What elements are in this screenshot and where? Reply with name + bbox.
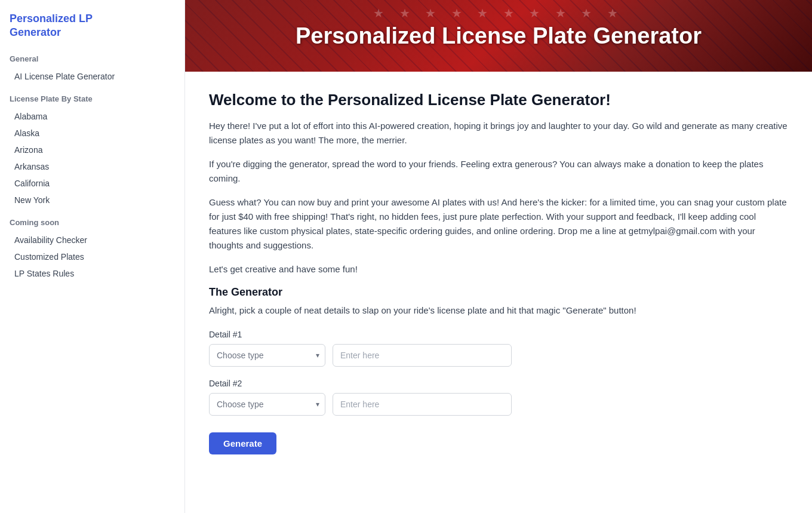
content-area: Welcome to the Personalized License Plat… <box>185 72 812 474</box>
sidebar-item-availability-checker[interactable]: Availability Checker <box>10 232 175 248</box>
sidebar-item-arizona[interactable]: Arizona <box>10 142 175 158</box>
sidebar-item-alabama[interactable]: Alabama <box>10 108 175 125</box>
sidebar-item-alaska[interactable]: Alaska <box>10 125 175 142</box>
hero-title: Personalized License Plate Generator <box>296 23 702 49</box>
sidebar-item-california[interactable]: California <box>10 175 175 192</box>
coming-soon-label: Coming soon <box>10 218 175 227</box>
detail1-select-wrapper: Choose type Name Word Phrase Number ▾ <box>209 344 325 367</box>
paragraph-2: If you're digging the generator, spread … <box>209 157 788 186</box>
detail2-type-select[interactable]: Choose type Name Word Phrase Number <box>209 393 325 416</box>
welcome-heading: Welcome to the Personalized License Plat… <box>209 91 788 109</box>
logo-line1: Personalized LP <box>10 13 93 24</box>
detail1-label: Detail #1 <box>209 330 788 339</box>
paragraph-3: Guess what? You can now buy and print yo… <box>209 195 788 253</box>
sidebar: Personalized LP Generator General AI Lic… <box>0 0 185 513</box>
hero-banner: Personalized License Plate Generator <box>185 0 812 72</box>
detail1-type-select[interactable]: Choose type Name Word Phrase Number <box>209 344 325 367</box>
detail2-text-input[interactable] <box>333 393 512 416</box>
detail2-row: Choose type Name Word Phrase Number ▾ <box>209 393 788 416</box>
sidebar-item-new-york[interactable]: New York <box>10 192 175 208</box>
detail2-select-wrapper: Choose type Name Word Phrase Number ▾ <box>209 393 325 416</box>
detail1-row: Choose type Name Word Phrase Number ▾ <box>209 344 788 367</box>
license-plate-by-state-label: License Plate By State <box>10 94 175 103</box>
logo-line2: Generator <box>10 26 61 38</box>
paragraph-4: Let's get creative and have some fun! <box>209 262 788 277</box>
main-content: Personalized License Plate Generator Wel… <box>185 0 812 513</box>
sidebar-item-lp-states-rules[interactable]: LP States Rules <box>10 265 175 282</box>
generator-heading: The Generator <box>209 286 788 299</box>
sidebar-item-arkansas[interactable]: Arkansas <box>10 158 175 175</box>
general-section-label: General <box>10 54 175 63</box>
sidebar-item-customized-plates[interactable]: Customized Plates <box>10 248 175 265</box>
detail1-text-input[interactable] <box>333 344 512 367</box>
sidebar-item-ai-license-plate-generator[interactable]: AI License Plate Generator <box>10 68 175 85</box>
generate-button[interactable]: Generate <box>209 432 276 454</box>
sidebar-logo[interactable]: Personalized LP Generator <box>10 12 175 40</box>
paragraph-1: Hey there! I've put a lot of effort into… <box>209 119 788 148</box>
generator-intro: Alright, pick a couple of neat details t… <box>209 303 788 318</box>
detail2-label: Detail #2 <box>209 379 788 388</box>
